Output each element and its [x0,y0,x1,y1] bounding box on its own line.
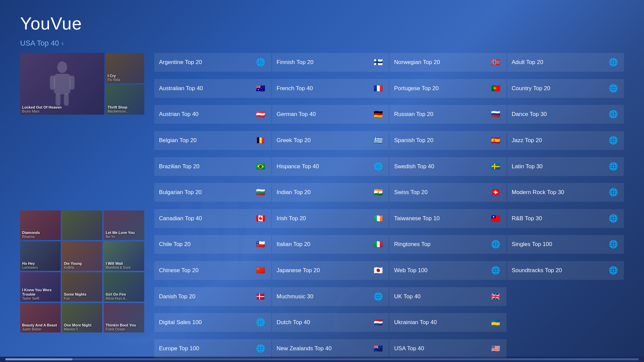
chart-item[interactable]: Chile Top 20 🇨🇱 [154,235,271,254]
charts-panel: Argentine Top 20 🌐 Finnish Top 20 🇫🇮 Nor… [154,53,624,358]
thumbnail-item[interactable]: Ho Hey Lumineers [20,241,61,271]
svg-rect-13 [70,75,75,90]
app-title: YouVue [20,13,624,34]
chart-item[interactable]: Adult Top 20 🌐 [507,53,624,72]
chart-item[interactable]: Norwegian Top 20 🇳🇴 [389,53,506,72]
chart-item[interactable]: Australian Top 40 🇦🇺 [154,79,271,98]
chart-name: Soundtracks Top 20 [512,267,562,274]
flag-icon: 🌐 [607,82,619,95]
flag-icon: 🇵🇹 [490,82,502,95]
thumb-artist: Justin Bieber [22,327,59,331]
flag-icon: 🇸🇪 [490,161,502,173]
chart-item[interactable]: Jazz Top 20 🌐 [507,131,624,150]
flag-icon: 🇮🇹 [372,238,384,250]
chart-item[interactable]: Ringtones Top 🌐 [389,235,506,254]
chart-name: Web Top 100 [394,267,428,274]
chart-item[interactable]: Russian Top 20 🇷🇺 [389,105,506,124]
chart-item[interactable]: Hispance Top 40 🌐 [272,157,389,176]
flag-icon: 🇮🇪 [372,213,384,225]
thumb-label: Girl On Fire Alicia Keys &... [106,292,142,300]
thumbnail-item[interactable]: Thrift Shop Macklemore... [106,84,144,115]
thumbnail-item[interactable]: Beauty And A Beast Justin Bieber [20,303,61,333]
chart-item[interactable]: Italian Top 20 🇮🇹 [272,235,389,254]
thumb-label: One More Night Maroon 5 [64,323,101,331]
chart-item[interactable]: Digital Sales 100 🌐 [154,313,271,332]
thumb-artist: Taylor Swift [22,297,59,300]
thumbnail-item[interactable]: Let Me Love You Ne-Yo [104,210,144,240]
section-title[interactable]: USA Top 40 [20,39,59,48]
thumb-label: Die Young Ke$Ha [64,261,101,269]
chart-item[interactable]: USA Top 40 🇺🇸 [389,339,506,358]
thumbnail-item[interactable]: I Knew You Were Trouble Taylor Swift [20,272,61,302]
chart-item[interactable]: Irish Top 20 🇮🇪 [272,209,389,228]
thumb-label: Let Me Love You Ne-Yo [106,231,142,239]
thumbnail-item[interactable]: Thinkin Bout You Frank Ocean [104,303,144,333]
chart-item[interactable]: German Top 40 🇩🇪 [272,105,389,124]
chart-item[interactable]: Swedish Top 40 🇸🇪 [389,157,506,176]
chart-item[interactable]: Taiwanese Top 10 🇹🇼 [389,209,506,228]
chart-item[interactable]: UK Top 40 🇬🇧 [389,287,506,306]
section-header[interactable]: USA Top 40 › [20,39,624,48]
thumb-song: Girl On Fire [106,292,142,297]
chart-item[interactable]: Indian Top 20 🇮🇳 [272,183,389,202]
flag-icon: 🌐 [255,56,267,68]
chart-item [507,287,624,306]
thumb-label: Thrift Shop Macklemore... [108,105,142,113]
thumbnail-item[interactable]: Girl On Fire Alicia Keys &... [104,272,144,302]
chart-item[interactable]: Latin Top 30 🌐 [507,157,624,176]
chart-item[interactable]: Japanese Top 20 🇯🇵 [272,261,389,280]
thumbnail-item[interactable]: Diamonds Rihanna [20,210,61,240]
thumb-artist: Maroon 5 [64,327,101,331]
chart-item[interactable]: Finnish Top 20 🇫🇮 [272,53,389,72]
chart-name: Adult Top 20 [512,59,543,66]
chart-item[interactable]: Bulgarian Top 20 🇧🇬 [154,183,271,202]
chart-item[interactable]: Singles Top 100 🌐 [507,235,624,254]
chart-item[interactable]: Belgian Top 20 🇧🇪 [154,131,271,150]
chart-item[interactable]: New Zealands Top 40 🇳🇿 [272,339,389,358]
chart-item[interactable]: Europe Top 100 🌐 [154,339,271,358]
thumb-song: Die Young [64,261,101,266]
chart-item[interactable]: Portugese Top 20 🇵🇹 [389,79,506,98]
chart-name: Danish Top 20 [159,293,195,300]
chart-item[interactable]: Ukrainian Top 40 🇺🇦 [389,313,506,332]
thumbnail-item[interactable]: I Cry Flo Rida [106,53,144,83]
chart-item[interactable]: Dutch Top 40 🇳🇱 [272,313,389,332]
thumb-artist: Ke$Ha [64,266,101,269]
thumbnail-item[interactable] [62,210,103,240]
thumb-song: Some Nights [64,292,101,297]
thumb-label: Diamonds Rihanna [22,231,59,239]
chart-item[interactable]: Greek Top 20 🇬🇷 [272,131,389,150]
chart-item[interactable]: Argentine Top 20 🌐 [154,53,271,72]
chart-name: Japanese Top 20 [277,267,320,274]
flag-icon: 🌐 [607,264,619,277]
chart-name: Canadian Top 40 [159,215,202,222]
chart-item[interactable]: Brazilian Top 20 🇧🇷 [154,157,271,176]
thumb-song: I Cry [108,74,142,78]
chart-item[interactable]: Canadian Top 40 🇨🇦 [154,209,271,228]
chart-name: Chinese Top 20 [159,267,199,274]
chart-item[interactable]: Modern Rock Top 30 🌐 [507,183,624,202]
chart-name: Jazz Top 20 [512,137,542,144]
chart-item[interactable]: Austrian Top 40 🇦🇹 [154,105,271,124]
flag-icon: 🇬🇧 [490,291,502,303]
thumbnail-item[interactable]: Locked Out Of Heaven Bruno Mars [20,53,104,115]
chart-item[interactable]: Muchmusic 30 🌐 [272,287,389,306]
flag-icon: 🇧🇷 [255,161,267,173]
thumbnail-item[interactable]: I Will Wait Mumford & Sons [104,241,144,271]
chart-item[interactable]: Dance Top 30 🌐 [507,105,624,124]
chart-item[interactable]: Soundtracks Top 20 🌐 [507,261,624,280]
chart-item[interactable]: Country Top 20 🌐 [507,79,624,98]
thumbnail-item[interactable]: One More Night Maroon 5 [62,303,103,333]
chart-item[interactable]: Chinese Top 20 🇨🇳 [154,261,271,280]
chart-item[interactable]: Danish Top 20 🇩🇰 [154,287,271,306]
thumbnail-item[interactable]: Die Young Ke$Ha [62,241,103,271]
thumb-song: Thinkin Bout You [106,323,142,327]
chart-item [507,339,624,358]
chart-item[interactable]: Spanish Top 20 🇪🇸 [389,131,506,150]
thumbnail-item[interactable]: Some Nights Fun. [62,272,103,302]
chart-item[interactable]: R&B Top 30 🌐 [507,209,624,228]
chart-item[interactable]: Swiss Top 20 🇨🇭 [389,183,506,202]
flag-icon: 🇦🇺 [255,82,267,95]
chart-item[interactable]: Web Top 100 🌐 [389,261,506,280]
chart-item[interactable]: French Top 40 🇫🇷 [272,79,389,98]
